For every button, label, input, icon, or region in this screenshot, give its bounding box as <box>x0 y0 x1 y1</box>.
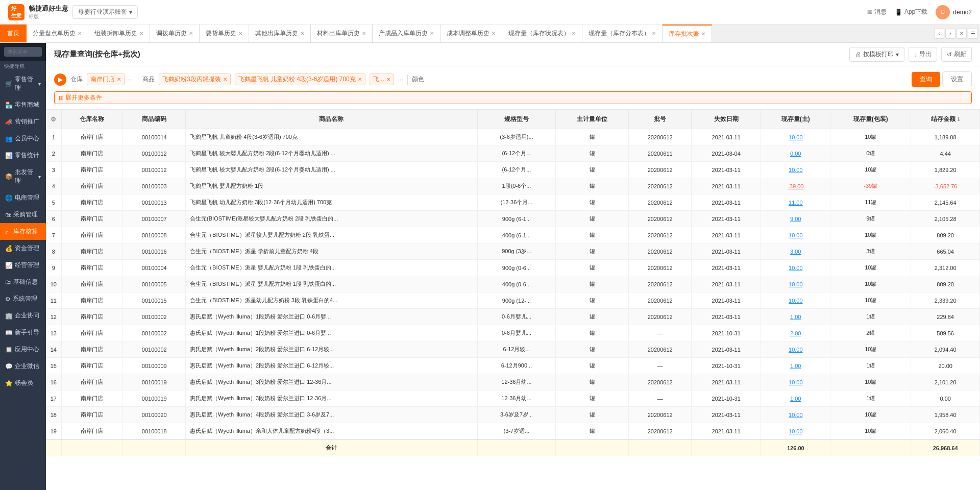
cell-spec: 900g (12-... <box>477 292 555 309</box>
tab-item-1[interactable]: 组装拆卸单历史 ✕ <box>88 24 150 42</box>
sidebar-item-app-center[interactable]: 🔲 应用中心 <box>0 341 46 358</box>
cell-qty-main[interactable]: 2.00 <box>761 325 830 341</box>
tab-item-4[interactable]: 其他出库单历史 ✕ <box>249 24 311 42</box>
tab-prev-btn[interactable]: ‹ <box>934 29 944 39</box>
cell-qty-main[interactable]: 10.00 <box>761 276 830 292</box>
cell-qty-main[interactable]: 10.00 <box>761 374 830 390</box>
cell-qty-main[interactable]: 10.00 <box>761 292 830 309</box>
tab-item-0[interactable]: 分量盘点单历史 ✕ <box>27 24 88 42</box>
tab-close-8[interactable]: ✕ <box>572 31 576 36</box>
tab-item-10[interactable]: 库存批次账 ✕ <box>663 24 712 42</box>
cell-qty-main[interactable]: -39.00 <box>761 178 830 194</box>
tab-item-6[interactable]: 产成品入库单历史 ✕ <box>373 24 440 42</box>
cell-qty-main[interactable]: 10.00 <box>761 407 830 423</box>
tab-item-3[interactable]: 要货单历史 ✕ <box>200 24 249 42</box>
query-btn[interactable]: 查询 <box>912 72 940 87</box>
print-btn[interactable]: 🖨 按模板打印 ▾ <box>849 47 904 62</box>
tab-close-0[interactable]: ✕ <box>78 31 82 36</box>
settings-icon[interactable]: ⚙ <box>51 116 56 123</box>
cell-batch: 20200612 <box>629 276 692 292</box>
export-btn[interactable]: ↓ 导出 <box>909 47 937 62</box>
amount-info-icon[interactable]: ℹ <box>958 116 960 122</box>
cell-qty-main[interactable]: 9.00 <box>761 211 830 227</box>
tab-close-1[interactable]: ✕ <box>139 31 143 36</box>
sidebar-item-finance[interactable]: 💰 资金管理 <box>0 240 46 257</box>
setting-btn[interactable]: 设置 <box>942 71 972 87</box>
cell-qty-main[interactable]: 1.00 <box>761 358 830 374</box>
sidebar-item-ecommerce[interactable]: 🌐 电商管理 <box>0 189 46 206</box>
col-settings[interactable]: ⚙ <box>46 110 61 129</box>
tab-close-9[interactable]: ✕ <box>652 31 656 36</box>
cell-qty-main[interactable]: 1.00 <box>761 390 830 407</box>
tab-next-btn[interactable]: › <box>945 29 955 39</box>
tab-close-5[interactable]: ✕ <box>362 31 366 36</box>
cell-qty-main[interactable]: 1.00 <box>761 309 830 325</box>
filter-more-goods[interactable]: ··· <box>398 76 403 83</box>
cell-amount: 2,339.20 <box>911 292 980 309</box>
sidebar-item-basic-info[interactable]: 🗂 基础信息 <box>0 274 46 290</box>
expand-more-btn[interactable]: ⊞ 展开更多条件 <box>54 91 972 104</box>
remove-goods-tag-1[interactable]: ✕ <box>223 77 227 82</box>
tab-close-7[interactable]: ✕ <box>492 31 496 36</box>
remove-goods-tag-2[interactable]: ✕ <box>358 77 362 82</box>
sidebar-item-operations[interactable]: 📈 经营管理 <box>0 257 46 274</box>
tab-close-3[interactable]: ✕ <box>238 31 242 36</box>
cell-code: 00100004 <box>123 260 186 276</box>
tab-item-7[interactable]: 成本调整单历史 ✕ <box>440 24 502 42</box>
filter-separator <box>138 75 138 85</box>
cell-qty-main[interactable]: 10.00 <box>761 341 830 358</box>
tab-menu-btn[interactable]: ☰ <box>968 29 978 39</box>
remove-goods-tag-3[interactable]: ✕ <box>386 77 390 82</box>
sidebar-item-member[interactable]: 👥 会员中心 <box>0 130 46 147</box>
cell-amount: 1,958.40 <box>911 407 980 423</box>
tab-item-9[interactable]: 现存量（库存分布表） ✕ <box>582 24 663 42</box>
goods-tag-1[interactable]: 飞鹤奶粉3段丙罐提装 ✕ <box>159 74 231 85</box>
cell-qty-main[interactable]: 0.00 <box>761 145 830 162</box>
cell-qty-main[interactable]: 10.00 <box>761 227 830 243</box>
refresh-btn[interactable]: ↺ 刷新 <box>941 47 972 62</box>
sidebar-item-member-plus[interactable]: ⭐ 畅会员 <box>0 375 46 391</box>
cell-qty-main[interactable]: 11.00 <box>761 194 830 211</box>
sidebar-item-retail-mgmt[interactable]: 🛒 零售管理 ▾ <box>0 71 46 96</box>
expand-filter-btn[interactable]: ▶ <box>54 74 66 86</box>
sidebar-item-marketing[interactable]: 📣 营销推广 <box>0 113 46 130</box>
message-btn[interactable]: ✉ 消息 <box>867 8 887 16</box>
goods-tag-3[interactable]: 飞... ✕ <box>370 74 394 85</box>
tab-item-2[interactable]: 调拨单历史 ✕ <box>150 24 200 42</box>
tab-close-10[interactable]: ✕ <box>701 31 705 37</box>
industry-selector[interactable]: 母婴行业演示账套 ▾ <box>72 5 138 19</box>
tab-item-5[interactable]: 材料出库单历史 ✕ <box>311 24 373 42</box>
sidebar-item-system[interactable]: ⚙ 系统管理 <box>0 290 46 307</box>
tab-close-4[interactable]: ✕ <box>300 31 304 36</box>
tab-item-8[interactable]: 现存量（库存状况表） ✕ <box>502 24 582 42</box>
sidebar-item-retail-shop[interactable]: 🏪 零售商城 <box>0 96 46 113</box>
cell-qty-main[interactable]: 3.00 <box>761 243 830 260</box>
tab-home[interactable]: 首页 <box>0 24 27 42</box>
tab-close-all-btn[interactable]: ✕ <box>957 29 967 39</box>
cell-expire: 2021-03-11 <box>692 178 761 194</box>
cell-code: 00100019 <box>123 374 186 390</box>
filter-more-warehouse[interactable]: ··· <box>129 76 134 83</box>
cell-qty-main[interactable]: 10.00 <box>761 423 830 440</box>
sidebar-item-retail-stats[interactable]: 📊 零售统计 <box>0 147 46 164</box>
sidebar-item-enterprise[interactable]: 🏢 企业协同 <box>0 307 46 324</box>
sidebar-item-wholesale[interactable]: 📦 批发管理 ▾ <box>0 164 46 189</box>
tab-close-6[interactable]: ✕ <box>430 31 434 36</box>
cell-qty-main[interactable]: 10.00 <box>761 129 830 145</box>
search-input[interactable] <box>4 47 42 57</box>
cell-code: 00100002 <box>123 341 186 358</box>
cell-qty-main[interactable]: 10.00 <box>761 260 830 276</box>
cell-qty-main[interactable]: 10.00 <box>761 162 830 178</box>
app-download-btn[interactable]: 📱 App下载 <box>895 8 927 16</box>
warehouse-tag[interactable]: 南岸门店 ✕ <box>87 74 125 85</box>
chevron-print-icon: ▾ <box>896 51 899 58</box>
user-area[interactable]: D demo2 <box>936 5 972 19</box>
goods-tag-2[interactable]: 飞鹤星飞帆 儿童奶粉 4段(3-6岁适用) 700克 ✕ <box>235 74 365 85</box>
sidebar-item-guide[interactable]: 📖 新手引导 <box>0 324 46 341</box>
sidebar-item-inventory[interactable]: 🏷 库存核算 <box>0 223 46 240</box>
remove-warehouse-tag[interactable]: ✕ <box>117 77 121 82</box>
sidebar-item-purchase[interactable]: 🛍 采购管理 <box>0 206 46 223</box>
cell-warehouse: 南岸门店 <box>61 341 123 358</box>
tab-close-2[interactable]: ✕ <box>189 31 193 36</box>
sidebar-item-wechat[interactable]: 💬 企业微信 <box>0 358 46 375</box>
